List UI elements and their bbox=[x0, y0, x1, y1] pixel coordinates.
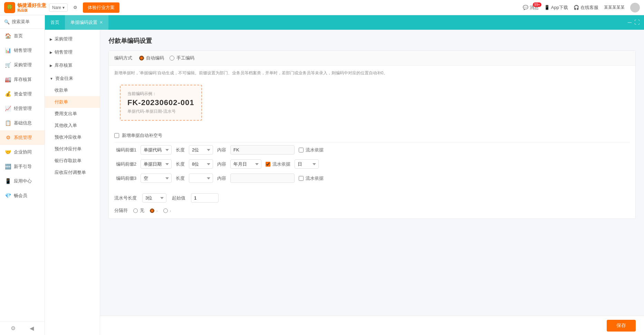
brand-text: 畅捷通好生意 拓品版 bbox=[17, 2, 46, 12]
prefix-3-select[interactable]: 空 bbox=[141, 174, 172, 183]
stream-1-checkbox[interactable]: 流水依据 bbox=[299, 147, 324, 153]
sidebar-item-basic[interactable]: 📋 基础信息 bbox=[0, 116, 45, 130]
sidebar-item-system[interactable]: ⚙ 系统管理 bbox=[0, 130, 45, 145]
stream-2-check[interactable] bbox=[266, 162, 270, 167]
manual-encode-radio[interactable] bbox=[170, 56, 174, 61]
sep-dot-option[interactable]: · bbox=[150, 208, 158, 213]
submenu-item-payment[interactable]: 付款单 bbox=[45, 96, 100, 108]
tab-home[interactable]: 首页 bbox=[45, 15, 65, 30]
sep-none-option[interactable]: 无 bbox=[133, 207, 144, 214]
sep-dot2-radio[interactable] bbox=[163, 208, 168, 213]
submenu-item-income[interactable]: 其他收入单 bbox=[45, 120, 100, 131]
submenu-item-adjust[interactable]: 应收应付调整单 bbox=[45, 167, 100, 178]
headset-icon: 🎧 bbox=[574, 5, 579, 10]
auto-fill-checkbox[interactable] bbox=[114, 133, 119, 138]
sidebar-item-label: 库存核算 bbox=[14, 76, 32, 83]
prefix-row-2: 编码前缀2 单据日期 长度 8位 内容 年月日 bbox=[114, 159, 630, 169]
sep-dot2-option[interactable]: · bbox=[163, 208, 171, 213]
tab-home-label: 首页 bbox=[50, 19, 59, 26]
nav-dropdown[interactable]: Nare ▾ bbox=[49, 3, 68, 12]
submenu-item-bank[interactable]: 银行存取款单 bbox=[45, 155, 100, 167]
submenu-item-label: 银行存取款单 bbox=[55, 158, 81, 163]
submenu-item-prepay-recv[interactable]: 预收冲应收单 bbox=[45, 131, 100, 143]
content-1-input bbox=[230, 145, 295, 155]
sep-none-radio[interactable] bbox=[133, 208, 138, 213]
sidebar-item-label: 经营管理 bbox=[14, 105, 32, 112]
sidebar-item-apps[interactable]: 📱 应用中心 bbox=[0, 174, 45, 188]
submenu-item-label: 预收冲应收单 bbox=[55, 134, 81, 140]
submenu-item-expense[interactable]: 费用支出单 bbox=[45, 108, 100, 120]
content-2-select[interactable]: 年月日 bbox=[230, 159, 261, 169]
settings-card: 编码方式 自动编码 手工编码 bbox=[108, 50, 636, 219]
submenu-group-purchase: ▶ 采购管理 bbox=[45, 33, 100, 45]
sidebar-collapse-icon[interactable]: ◀ bbox=[30, 325, 34, 332]
submenu-group-sales-title[interactable]: ▶ 销售管理 bbox=[45, 46, 100, 58]
sidebar-item-label: 采购管理 bbox=[14, 62, 32, 68]
auto-encode-option[interactable]: 自动编码 bbox=[139, 55, 164, 61]
trial-button[interactable]: 体验行业方案 bbox=[83, 2, 119, 13]
submenu-item-prepay-pay[interactable]: 预付冲应付单 bbox=[45, 143, 100, 155]
sidebar-settings-icon[interactable]: ⚙ bbox=[11, 325, 16, 332]
sidebar-item-member[interactable]: 💎 畅会员 bbox=[0, 188, 45, 203]
tab-minimize-icon[interactable]: ─ bbox=[628, 19, 632, 26]
brand-name: 畅捷通好生意 bbox=[17, 2, 46, 8]
tab-encode-label: 单据编码设置 bbox=[70, 19, 97, 26]
sub-menu: ▶ 采购管理 ▶ 销售管理 ▶ 库存核算 bbox=[45, 30, 100, 335]
sidebar-item-home[interactable]: 🏠 首页 bbox=[0, 29, 45, 43]
length-2-select[interactable]: 8位 bbox=[189, 159, 213, 169]
length-1-select[interactable]: 2位 bbox=[189, 145, 213, 155]
stream-3-checkbox[interactable]: 流水依据 bbox=[299, 175, 324, 182]
content-2-label: 内容 bbox=[217, 161, 226, 167]
stream-2-checkbox[interactable]: 流水依据 bbox=[266, 161, 290, 167]
tab-bar: 首页 单据编码设置 ✕ ─ ⛶ bbox=[45, 15, 644, 30]
submenu-group-finance-title[interactable]: ▼ 资金往来 bbox=[45, 73, 100, 84]
sidebar-item-label: 资金管理 bbox=[14, 91, 32, 97]
sidebar-item-inventory[interactable]: 🏭 库存核算 bbox=[0, 72, 45, 87]
submenu-group-inventory-title[interactable]: ▶ 库存核算 bbox=[45, 59, 100, 71]
prefix-2-select[interactable]: 单据日期 bbox=[141, 159, 172, 169]
tab-maximize-icon[interactable]: ⛶ bbox=[634, 19, 640, 26]
sidebar-item-label: 企业协同 bbox=[14, 149, 32, 155]
save-button[interactable]: 保存 bbox=[607, 320, 636, 332]
tab-close-icon[interactable]: ✕ bbox=[99, 20, 103, 25]
sidebar-item-enterprise[interactable]: 🤝 企业协同 bbox=[0, 145, 45, 159]
start-value-input[interactable] bbox=[191, 193, 219, 203]
submenu-item-label: 应收应付调整单 bbox=[55, 170, 86, 175]
operations-icon: 📈 bbox=[5, 105, 11, 112]
start-value-label: 起始值 bbox=[172, 195, 185, 201]
user-name[interactable]: 某某某某某 bbox=[604, 4, 625, 10]
inventory-icon: 🏭 bbox=[5, 76, 11, 83]
content-3-input bbox=[230, 174, 295, 183]
length-3-select[interactable] bbox=[189, 174, 213, 183]
sidebar-item-assets[interactable]: 💰 资金管理 bbox=[0, 87, 45, 101]
prefix-1-select[interactable]: 单据代码 bbox=[141, 145, 172, 155]
stream-3-check[interactable] bbox=[299, 176, 304, 181]
day-select[interactable]: 日 bbox=[295, 159, 319, 169]
online-service-button[interactable]: 🎧 在线客服 bbox=[574, 4, 598, 11]
auto-encode-radio[interactable] bbox=[139, 56, 144, 61]
submenu-item-receipt[interactable]: 收款单 bbox=[45, 84, 100, 96]
search-menu[interactable]: 🔍 搜索菜单 bbox=[0, 15, 45, 29]
submenu-item-label: 收款单 bbox=[55, 87, 68, 93]
tab-encode-settings[interactable]: 单据编码设置 ✕ bbox=[65, 15, 108, 30]
serial-length-select[interactable]: 3位 bbox=[142, 193, 166, 203]
message-button[interactable]: 💬 消息 99+ bbox=[523, 4, 539, 11]
stream-1-check[interactable] bbox=[299, 148, 304, 152]
sidebar-item-label: 基础信息 bbox=[14, 120, 32, 126]
sidebar-item-guide[interactable]: 🆕 新手引导 bbox=[0, 159, 45, 174]
brand-sub: 拓品版 bbox=[17, 8, 46, 12]
sep-dot-radio[interactable] bbox=[150, 208, 154, 213]
sidebar-item-operations[interactable]: 📈 经营管理 bbox=[0, 101, 45, 116]
app-download-button[interactable]: 📱 App下载 bbox=[544, 4, 568, 11]
sidebar-item-sales[interactable]: 📊 销售管理 bbox=[0, 43, 45, 58]
manual-encode-option[interactable]: 手工编码 bbox=[170, 55, 194, 61]
message-icon: 💬 bbox=[523, 5, 528, 10]
submenu-group-label: 销售管理 bbox=[55, 49, 73, 55]
sidebar-item-purchase[interactable]: 🛒 采购管理 bbox=[0, 58, 45, 72]
submenu-group-purchase-title[interactable]: ▶ 采购管理 bbox=[45, 33, 100, 45]
length-2-label: 长度 bbox=[176, 161, 185, 167]
message-badge: 99+ bbox=[533, 2, 541, 7]
settings-icon[interactable]: ⚙ bbox=[70, 3, 80, 12]
serial-row: 流水号长度 3位 起始值 bbox=[109, 193, 635, 207]
page-title: 付款单编码设置 bbox=[108, 37, 636, 45]
